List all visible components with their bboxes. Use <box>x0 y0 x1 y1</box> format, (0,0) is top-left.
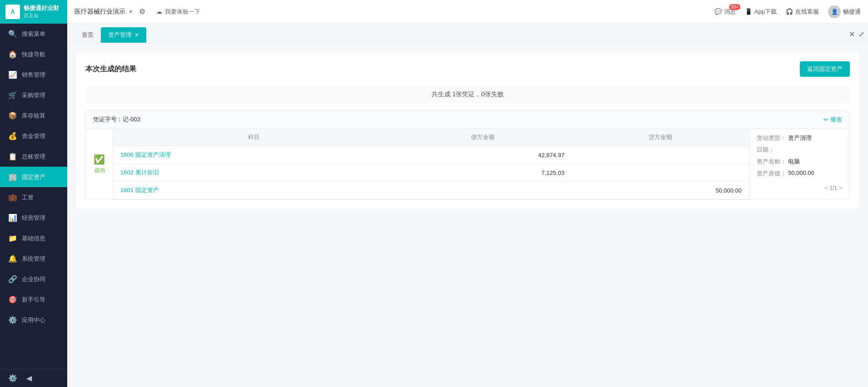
edit-label: 修改 <box>830 115 842 124</box>
user-label: 畅捷通 <box>843 8 861 16</box>
sidebar-item-guide[interactable]: 🎯 新手引导 <box>0 289 67 310</box>
table-row: 1601 固定资产 50,000.00 <box>113 182 749 199</box>
settings-icon[interactable]: ⚙ <box>139 7 145 16</box>
result-summary: 共生成 1张凭证，0张失败 <box>85 86 850 103</box>
app-edition: 普及版 <box>24 12 59 19</box>
company-name: 医疗器械行业演示 <box>74 8 125 16</box>
sidebar-item-inventory[interactable]: 📦 库存核算 <box>0 105 67 126</box>
date-row: 日期： <box>757 146 842 154</box>
sidebar-item-basic-info[interactable]: 📁 基础信息 <box>0 228 67 248</box>
sidebar-item-label: 搜索菜单 <box>22 30 45 38</box>
cloud-icon: ☁ <box>156 8 162 15</box>
success-indicator: ✅ 成功 <box>86 129 113 199</box>
user-menu[interactable]: 👤 畅捷通 <box>828 5 861 18</box>
sidebar-item-label: 经营管理 <box>22 214 45 222</box>
tab-home[interactable]: 首页 <box>74 27 101 43</box>
asset-name-row: 资产名称： 电脑 <box>757 158 842 166</box>
sidebar-item-label: 系统管理 <box>22 255 45 263</box>
return-button[interactable]: 返回固定资产 <box>800 61 850 77</box>
operation-icon: 📊 <box>8 213 17 222</box>
settings-bottom-icon[interactable]: ⚙️ <box>8 374 17 382</box>
debit-cell <box>394 182 571 199</box>
main-area: 医疗器械行业演示 ▼ ⚙ ☁ 我要体验一下 💬 消息 99+ 📱 App下载 🎧… <box>67 0 868 387</box>
chevron-down-icon: ▼ <box>128 9 134 15</box>
page-indicator: 1/1 <box>829 185 837 191</box>
enterprise-icon: 🔗 <box>8 275 17 283</box>
page-title: 本次生成的结果 <box>85 64 136 74</box>
col-header-subject: 科目 <box>113 129 394 146</box>
original-value-row: 资产原值： 50,000.00 <box>757 169 842 178</box>
sidebar-item-fund[interactable]: 💰 资金管理 <box>0 126 67 146</box>
asset-name-label: 资产名称： <box>757 158 786 166</box>
sidebar-item-label: 快捷导航 <box>22 50 45 59</box>
side-info-panel: 变动类型： 资产清理 日期： 资产名称： 电脑 资产原值： <box>749 129 849 199</box>
sidebar-item-search[interactable]: 🔍 搜索菜单 <box>0 24 67 44</box>
sidebar-bottom: ⚙️ ◀ <box>0 369 67 387</box>
sidebar-item-app-center[interactable]: ⚙️ 应用中心 <box>0 310 67 330</box>
sidebar-item-sales[interactable]: 📈 销售管理 <box>0 64 67 85</box>
tab-close-icon[interactable]: ✕ <box>134 32 139 38</box>
fixed-assets-icon: 🏢 <box>8 173 17 181</box>
logo-icon: A <box>5 5 20 19</box>
sidebar-item-fixed-assets[interactable]: 🏢 固定资产 <box>0 167 67 187</box>
tab-active-label: 资产管理 <box>108 31 132 39</box>
voucher-header: 凭证字号：记-003 ✏ 修改 <box>86 111 849 129</box>
trial-label: 我要体验一下 <box>165 8 200 16</box>
change-type-value: 资产清理 <box>788 134 812 142</box>
inventory-icon: 📦 <box>8 111 17 120</box>
sidebar-item-label: 采购管理 <box>22 91 45 99</box>
sidebar-item-label: 资金管理 <box>22 132 45 140</box>
original-value-label: 资产原值： <box>757 169 786 178</box>
ledger-icon: 📋 <box>8 152 17 161</box>
credit-cell <box>572 164 749 182</box>
content-area: 本次生成的结果 返回固定资产 共生成 1张凭证，0张失败 凭证字号：记-003 … <box>67 43 868 387</box>
sidebar-item-operation[interactable]: 📊 经营管理 <box>0 208 67 228</box>
online-service-button[interactable]: 🎧 在线客服 <box>786 8 819 16</box>
sidebar-item-payroll[interactable]: 💼 工资 <box>0 187 67 208</box>
sidebar-item-quick-nav[interactable]: 🏠 快捷导航 <box>0 44 67 64</box>
table-row: 1602 累计折旧 7,125.03 <box>113 164 749 182</box>
sidebar-item-label: 企业协同 <box>22 275 45 283</box>
purchase-icon: 🛒 <box>8 91 17 99</box>
system-icon: 🔔 <box>8 254 17 263</box>
topbar-right: 💬 消息 99+ 📱 App下载 🎧 在线客服 👤 畅捷通 <box>714 5 861 18</box>
credit-cell <box>572 146 749 164</box>
sidebar-item-system[interactable]: 🔔 系统管理 <box>0 248 67 269</box>
sidebar: A 畅捷通好业财 普及版 🔍 搜索菜单 🏠 快捷导航 📈 销售管理 🛒 采购管理… <box>0 0 67 387</box>
sales-icon: 📈 <box>8 70 17 79</box>
sidebar-item-label: 库存核算 <box>22 112 45 120</box>
app-download-button[interactable]: 📱 App下载 <box>745 8 777 16</box>
fund-icon: 💰 <box>8 132 17 140</box>
tab-asset-management[interactable]: 资产管理 ✕ <box>101 27 146 43</box>
download-icon: 📱 <box>745 8 752 15</box>
prev-page-button[interactable]: < <box>824 185 828 191</box>
edit-button[interactable]: ✏ 修改 <box>823 115 842 124</box>
message-icon: 💬 <box>714 8 722 15</box>
subject-cell: 1606 固定资产清理 <box>113 146 394 164</box>
sidebar-item-purchase[interactable]: 🛒 采购管理 <box>0 85 67 105</box>
collapse-icon[interactable]: ◀ <box>26 374 32 382</box>
message-badge: 99+ <box>729 4 740 10</box>
sidebar-item-enterprise[interactable]: 🔗 企业协同 <box>0 269 67 289</box>
change-type-row: 变动类型： 资产清理 <box>757 134 842 142</box>
credit-cell: 50,000.00 <box>572 182 749 199</box>
subject-cell: 1601 固定资产 <box>113 182 394 199</box>
sidebar-item-ledger[interactable]: 📋 总账管理 <box>0 146 67 167</box>
guide-icon: 🎯 <box>8 295 17 304</box>
voucher-table: 科目 借方金额 贷方金额 1606 固定资产清理 42,874.97 <box>113 129 749 199</box>
trial-button[interactable]: ☁ 我要体验一下 <box>156 8 200 16</box>
company-selector[interactable]: 医疗器械行业演示 ▼ <box>74 8 134 16</box>
sidebar-item-label: 总账管理 <box>22 153 45 161</box>
debit-cell: 42,874.97 <box>394 146 571 164</box>
success-label: 成功 <box>94 167 105 174</box>
edit-icon: ✏ <box>823 116 828 123</box>
sidebar-item-label: 基础信息 <box>22 234 45 243</box>
asset-name-value: 电脑 <box>788 158 800 166</box>
message-button[interactable]: 💬 消息 99+ <box>714 8 736 16</box>
next-page-button[interactable]: > <box>839 185 842 191</box>
sidebar-item-label: 新手引导 <box>22 296 45 304</box>
topbar-left: 医疗器械行业演示 ▼ ⚙ ☁ 我要体验一下 <box>74 7 714 16</box>
tabsbar: 首页 资产管理 ✕ <box>67 24 868 43</box>
service-icon: 🎧 <box>786 8 793 15</box>
home-icon: 🏠 <box>8 50 17 59</box>
